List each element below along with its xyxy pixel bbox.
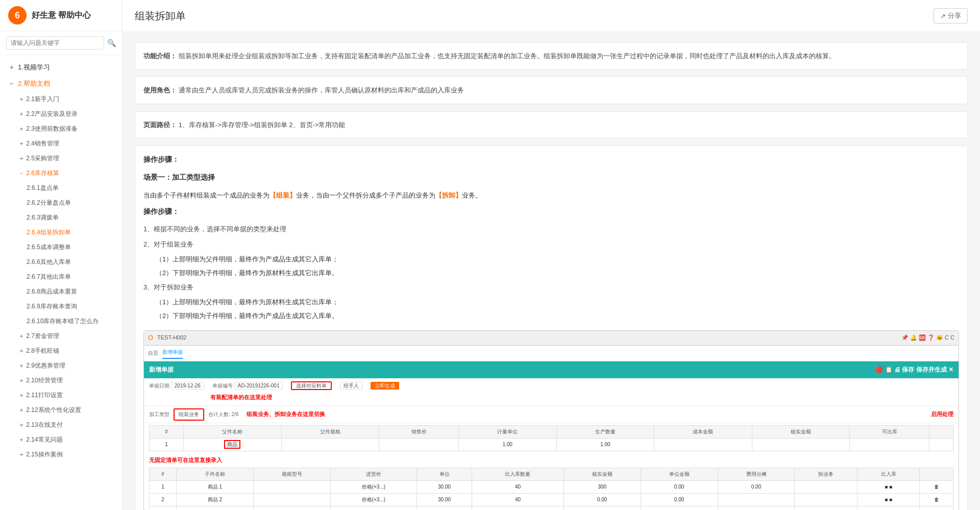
table-row: 30.00: [150, 506, 953, 510]
ss-assembly-btn: 选择对应料单: [291, 381, 332, 390]
ops-steps-heading: 操作步骤：: [143, 205, 959, 218]
ss-date-value: 2019-12-26: [171, 382, 204, 390]
sidebar-item-2-6-7[interactable]: 2.6.7其他出库单: [0, 270, 122, 284]
sidebar-item-2-4[interactable]: ＋ 2.4销售管理: [0, 136, 122, 151]
sidebar-header: 6 好生意 帮助中心: [0, 0, 122, 31]
scene1-heading: 场景一：加工类型选择: [143, 171, 959, 184]
role-label: 使用角色：: [143, 86, 177, 94]
sidebar-item-label: 1.视频学习: [18, 63, 50, 72]
search-icon[interactable]: 🔍: [107, 39, 116, 47]
screenshot: ⬡ TEST-H002 📌 🔔 🆘 ❓ 🐱 C C 自页 新增单据 新增单据 🔴…: [143, 330, 959, 510]
step3-sub2: （2）下部明细为子件明细，最终作为产成品生成其它入库单。: [143, 310, 959, 322]
search-box: 🔍: [0, 31, 122, 55]
sidebar-nav: ＋ 1.视频学习 － 2.帮助文档 ＋ 2.1新手入门 ＋ 2.2产品安装及登录…: [0, 55, 122, 510]
sidebar-item-label: 2.帮助文档: [18, 79, 50, 88]
collapse-icon: －: [8, 79, 15, 88]
screenshot-secondbar: 自页 新增单据: [144, 346, 959, 361]
path-text: 1、库存核算->库存管理->组装拆卸单 2、首页->常用功能: [179, 121, 346, 129]
sidebar-item-video[interactable]: ＋ 1.视频学习: [0, 59, 122, 76]
sidebar-item-2-10[interactable]: ＋ 2.10经营管理: [0, 373, 122, 388]
sidebar-item-2-1[interactable]: ＋ 2.1新手入门: [0, 92, 122, 107]
ss-system-label: TEST-H002: [157, 333, 186, 343]
ss-type-value: 组装业务: [174, 408, 204, 421]
sidebar-item-2-13[interactable]: ＋ 2.13在线支付: [0, 418, 122, 432]
share-button[interactable]: ↗ 分享: [934, 8, 968, 23]
sidebar-item-2-6-6[interactable]: 2.6.6其他入库单: [0, 255, 122, 270]
sidebar-item-2-15[interactable]: ＋ 2.15操作案例: [0, 447, 122, 462]
path-box: 页面路径： 1、库存核算->库存管理->组装拆卸单 2、首页->常用功能: [135, 111, 968, 138]
sidebar-item-2-6-5[interactable]: 2.6.5成本调整单: [0, 240, 122, 255]
ss-fields-row: 单据日期 2019-12-26 单据编号 AD-20191226-001 选择对…: [144, 378, 959, 406]
ss-table-upper: # 父件名称 父件规格 销售价 计量单位 生产数量 成本金额 核实金额 可出库: [149, 425, 953, 451]
search-input[interactable]: [6, 36, 104, 50]
scene1-desc: 当由多个子件材料组装成一个成品的业务为【组装】业务，当由一个父件拆分成多个子产品…: [143, 189, 959, 201]
sidebar-item-2-14[interactable]: ＋ 2.14常见问题: [0, 432, 122, 447]
sidebar-item-2-6-3[interactable]: 2.6.3调拨单: [0, 210, 122, 225]
ss-type-row: 加工类型 组装业务 合计人数: 2/6 组装业务、拆卸业务在这里切换 启用处理: [144, 406, 959, 423]
main-header: 组装拆卸单 ↗ 分享: [122, 0, 980, 32]
ss-code-value: AD-20191226-001: [234, 382, 283, 390]
page-title: 组装拆卸单: [135, 9, 186, 23]
sidebar-item-2-6-4[interactable]: 2.6.4组装拆卸单: [0, 225, 122, 240]
sidebar-item-2-5[interactable]: ＋ 2.5采购管理: [0, 151, 122, 166]
ops-heading: 操作步骤：: [143, 153, 959, 166]
expand-icon: ＋: [8, 63, 15, 72]
sidebar-item-2-6-9[interactable]: 2.6.9库存账本查询: [0, 299, 122, 314]
ops-box: 操作步骤： 场景一：加工类型选择 当由多个子件材料组装成一个成品的业务为【组装】…: [135, 145, 968, 510]
app-title: 好生意 帮助中心: [32, 10, 91, 21]
sidebar-item-2-3[interactable]: ＋ 2.3使用前数据准备: [0, 122, 122, 136]
sidebar: 6 好生意 帮助中心 🔍 ＋ 1.视频学习 － 2.帮助文档 ＋ 2.1新手入门…: [0, 0, 122, 510]
sidebar-item-2-12[interactable]: ＋ 2.12系统个性化设置: [0, 403, 122, 418]
ann-text-3: 启用处理: [931, 409, 953, 420]
step2-sub1: （1）上部明细为父件明细，最终作为产成品生成其它入库单；: [143, 253, 959, 265]
sidebar-item-2-6-1[interactable]: 2.6.1盘点单: [0, 181, 122, 196]
sidebar-item-2-7[interactable]: ＋ 2.7资金管理: [0, 329, 122, 344]
ss-logo: ⬡: [148, 333, 153, 343]
func-intro-label: 功能介绍：: [143, 52, 177, 60]
sidebar-item-2-9[interactable]: ＋ 2.9优惠券管理: [0, 358, 122, 373]
table-row: 1 商品 1 价格(+3...) 30.00 40 300 0.00 0.00: [150, 480, 953, 493]
screenshot-titlebar: ⬡ TEST-H002 📌 🔔 🆘 ❓ 🐱 C C: [144, 331, 959, 346]
sidebar-item-2-6-2[interactable]: 2.6.2分量盘点单: [0, 196, 122, 210]
table-row: 2 商品 2 价格(+3...) 30.00 40 0.00 0.00 ■: [150, 493, 953, 506]
step3: 3、对于拆卸业务: [143, 281, 959, 293]
ann-text-2: 组装业务、拆卸业务在这里切换: [247, 409, 325, 420]
step2: 2、对于组装业务: [143, 238, 959, 250]
func-intro-box: 功能介绍： 组装拆卸单用来处理企业组装或拆卸等加工业务，支持有固定装配清单的产品…: [135, 42, 968, 69]
ann-text-1: 有装配清单的在这里处理: [210, 393, 953, 403]
step1: 1、根据不同的业务，选择不同单据的类型来处理: [143, 223, 959, 235]
sidebar-item-2-2[interactable]: ＋ 2.2产品安装及登录: [0, 107, 122, 122]
sidebar-item-help-docs[interactable]: － 2.帮助文档: [0, 76, 122, 92]
sidebar-item-2-11[interactable]: ＋ 2.11打印设置: [0, 388, 122, 403]
sidebar-item-2-6-10[interactable]: 2.6.10库存账本错了怎么办: [0, 314, 122, 329]
ss-upper-table: # 父件名称 父件规格 销售价 计量单位 生产数量 成本金额 核实金额 可出库: [144, 423, 959, 453]
role-box: 使用角色： 通常由生产人员或库管人员完成拆装业务的操作，库管人员确认原材料的出库…: [135, 77, 968, 104]
step2-sub2: （2）下部明细为子件明细，最终作为原材料生成其它出库单。: [143, 267, 959, 279]
role-text: 通常由生产人员或库管人员完成拆装业务的操作，库管人员确认原材料的出库和产成品的入…: [179, 86, 464, 94]
path-label: 页面路径：: [143, 121, 177, 129]
main-content: 组装拆卸单 ↗ 分享 功能介绍： 组装拆卸单用来处理企业组装或拆卸等加工业务，支…: [122, 0, 980, 510]
sidebar-item-2-6-8[interactable]: 2.6.8商品成本重算: [0, 284, 122, 299]
ss-teal-bar: 新增单据 🔴 📋 🖨 保存 保存并生成 ✕: [144, 361, 959, 379]
sidebar-item-2-6[interactable]: － 2.6库存核算: [0, 166, 122, 181]
share-icon: ↗: [940, 12, 946, 20]
func-intro-text: 组装拆卸单用来处理企业组装或拆卸等加工业务，支持有固定装配清单的产品加工业务，也…: [179, 52, 836, 60]
ss-teal-title: 新增单据: [149, 365, 174, 376]
sidebar-item-2-8[interactable]: ＋ 2.8手机旺铺: [0, 344, 122, 358]
ss-icons: 📌 🔔 🆘 ❓ 🐱 C C: [901, 333, 954, 343]
logo-icon: 6: [8, 6, 27, 25]
table-row: 1 商品 1.00 1.00: [150, 439, 953, 451]
ann-text-4: 无固定清单可在这里直接录入: [149, 455, 953, 466]
content-area: 功能介绍： 组装拆卸单用来处理企业组装或拆卸等加工业务，支持有固定装配清单的产品…: [122, 32, 980, 510]
step3-sub1: （1）上部明细为父件明细，最终作为原材料生成其它出库单；: [143, 296, 959, 308]
ss-lower-section: 无固定清单可在这里直接录入 # 子件名称 规格型号 进货价 单位 出入库数量 核…: [144, 453, 959, 510]
ss-table-lower: # 子件名称 规格型号 进货价 单位 出入库数量 核实金额 单位金额 费用分摊 …: [149, 468, 953, 510]
